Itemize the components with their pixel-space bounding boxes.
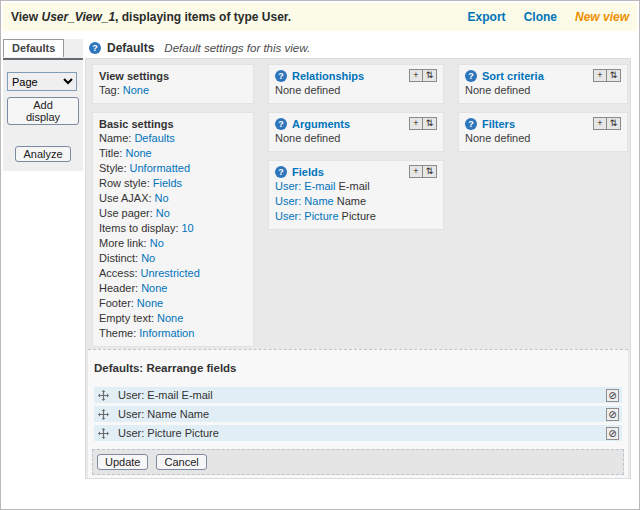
view-settings-header: View settings	[99, 68, 247, 83]
field-link[interactable]: User: Name	[275, 195, 334, 207]
help-icon[interactable]: ?	[465, 118, 477, 130]
field-link[interactable]: User: E-mail	[275, 180, 336, 192]
basic-settings-title: Basic settings	[99, 118, 174, 130]
analyze-button[interactable]: Analyze	[15, 146, 70, 162]
setting-label: More link:	[99, 237, 147, 249]
setting-value-link[interactable]: Defaults	[134, 132, 174, 144]
setting-item: Row style:Fields	[99, 176, 247, 191]
filters-empty-text: None defined	[465, 131, 621, 146]
setting-item: Header:None	[99, 281, 247, 296]
setting-item: Title:None	[99, 146, 247, 161]
rearrange-row: User: Name Name ⊘	[94, 406, 622, 422]
rearrange-row-label: User: Picture Picture	[118, 427, 219, 439]
setting-item: Theme:Information	[99, 326, 247, 341]
add-relationship-button[interactable]: +	[409, 69, 423, 82]
cancel-button[interactable]: Cancel	[156, 454, 206, 470]
setting-label: Title:	[99, 147, 122, 159]
remove-field-button[interactable]: ⊘	[606, 427, 619, 440]
add-filter-button[interactable]: +	[593, 117, 607, 130]
setting-item: Empty text:None	[99, 311, 247, 326]
sort-criteria-box: ? Sort criteria + ⇅ None defined	[458, 64, 628, 104]
view-settings-list: Tag:None	[99, 83, 247, 98]
setting-value-link[interactable]: No	[155, 192, 169, 204]
setting-value-link[interactable]: None	[157, 312, 183, 324]
setting-label: Header:	[99, 282, 138, 294]
filters-buttons: + ⇅	[593, 117, 621, 130]
remove-field-button[interactable]: ⊘	[606, 408, 619, 421]
setting-label: Distinct:	[99, 252, 138, 264]
sort-criteria-header: ? Sort criteria + ⇅	[465, 68, 621, 83]
setting-label: Use AJAX:	[99, 192, 152, 204]
fields-list: User: E-mailE-mail User: NameName User: …	[275, 179, 437, 224]
help-icon[interactable]: ?	[275, 118, 287, 130]
setting-label: Empty text:	[99, 312, 154, 324]
filters-header: ? Filters + ⇅	[465, 116, 621, 131]
setting-value-link[interactable]: No	[141, 252, 155, 264]
drag-icon[interactable]	[98, 409, 109, 420]
basic-settings-box: Basic settings Name:Defaults Title:None …	[92, 112, 254, 347]
setting-value-link[interactable]: None	[137, 297, 163, 309]
view-settings-box: View settings Tag:None	[92, 64, 254, 104]
basic-settings-list: Name:Defaults Title:None Style:Unformatt…	[99, 131, 247, 341]
view-title-suffix: , displaying items of type User.	[115, 10, 291, 24]
help-icon[interactable]: ?	[89, 42, 101, 54]
view-name: User_View_1	[41, 10, 115, 24]
new-view-link[interactable]: New view	[575, 10, 629, 24]
fields-buttons: + ⇅	[409, 165, 437, 178]
tab-defaults[interactable]: Defaults	[3, 39, 64, 57]
field-item: User: NameName	[275, 194, 437, 209]
display-settings-panel: View settings Tag:None Basic settings Na…	[85, 58, 631, 479]
main-heading-row: ? Defaults Default settings for this vie…	[89, 41, 310, 55]
arguments-header: ? Arguments + ⇅	[275, 116, 437, 131]
setting-value-link[interactable]: No	[156, 207, 170, 219]
setting-value-link[interactable]: Unrestricted	[141, 267, 200, 279]
help-icon[interactable]: ?	[275, 166, 287, 178]
setting-value-link[interactable]: None	[141, 282, 167, 294]
update-button[interactable]: Update	[97, 454, 148, 470]
sort-criteria-buttons: + ⇅	[593, 69, 621, 82]
rearrange-fields-panel: Defaults: Rearrange fields User: E-mail …	[88, 349, 628, 478]
arguments-title-link[interactable]: Arguments	[292, 118, 350, 130]
form-actions-strip: Update Cancel	[92, 449, 624, 475]
rearrange-arguments-button[interactable]: ⇅	[423, 117, 437, 130]
setting-value-link[interactable]: None	[123, 84, 149, 96]
rearrange-relationships-button[interactable]: ⇅	[423, 69, 437, 82]
setting-label: Use pager:	[99, 207, 153, 219]
display-type-select[interactable]: Page	[7, 72, 77, 91]
arguments-empty-text: None defined	[275, 131, 437, 146]
add-field-button[interactable]: +	[409, 165, 423, 178]
relationships-title-link[interactable]: Relationships	[292, 70, 364, 82]
setting-value-link[interactable]: None	[125, 147, 151, 159]
sort-criteria-title-link[interactable]: Sort criteria	[482, 70, 544, 82]
drag-icon[interactable]	[98, 390, 109, 401]
rearrange-filters-button[interactable]: ⇅	[607, 117, 621, 130]
setting-value-link[interactable]: 10	[181, 222, 193, 234]
view-title: View User_View_1, displaying items of ty…	[11, 10, 291, 24]
drag-icon[interactable]	[98, 428, 109, 439]
add-argument-button[interactable]: +	[409, 117, 423, 130]
filters-title-link[interactable]: Filters	[482, 118, 515, 130]
setting-item: Use AJAX:No	[99, 191, 247, 206]
add-display-button[interactable]: Add display	[7, 97, 79, 125]
rearrange-sorts-button[interactable]: ⇅	[607, 69, 621, 82]
setting-item: Name:Defaults	[99, 131, 247, 146]
add-sort-button[interactable]: +	[593, 69, 607, 82]
setting-value-link[interactable]: No	[150, 237, 164, 249]
export-link[interactable]: Export	[468, 10, 506, 24]
rearrange-fields-button[interactable]: ⇅	[423, 165, 437, 178]
setting-value-link[interactable]: Fields	[153, 177, 182, 189]
remove-field-button[interactable]: ⊘	[606, 389, 619, 402]
help-icon[interactable]: ?	[275, 70, 287, 82]
setting-value-link[interactable]: Information	[139, 327, 194, 339]
rearrange-row: User: E-mail E-mail ⊘	[94, 387, 622, 403]
setting-item: Items to display:10	[99, 221, 247, 236]
setting-value-link[interactable]: Unformatted	[130, 162, 191, 174]
field-link[interactable]: User: Picture	[275, 210, 339, 222]
fields-title-link[interactable]: Fields	[292, 166, 324, 178]
clone-link[interactable]: Clone	[524, 10, 557, 24]
rearrange-title: Defaults: Rearrange fields	[94, 362, 622, 374]
analyze-wrap: Analyze	[3, 146, 83, 162]
basic-settings-header: Basic settings	[99, 116, 247, 131]
filters-box: ? Filters + ⇅ None defined	[458, 112, 628, 152]
help-icon[interactable]: ?	[465, 70, 477, 82]
